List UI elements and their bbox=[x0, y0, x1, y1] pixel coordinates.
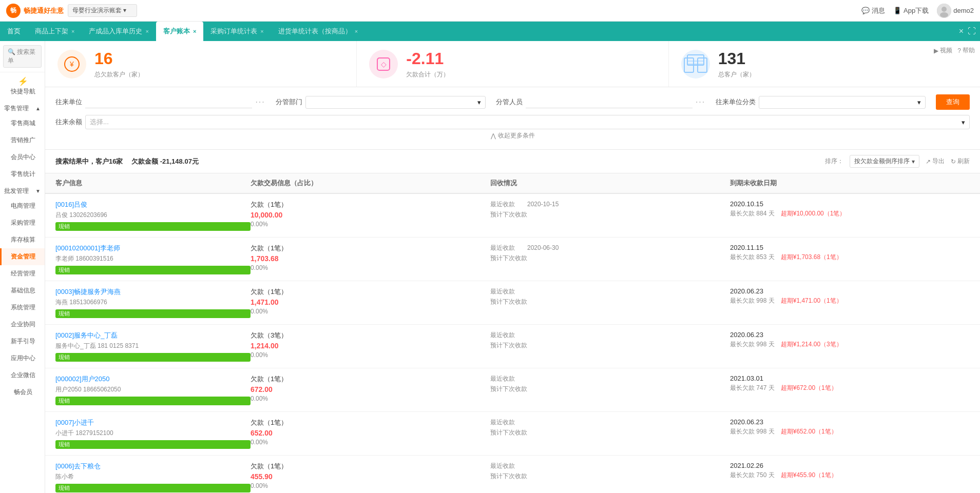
message-icon: 💬 bbox=[861, 7, 870, 14]
overdue-link-2[interactable]: 超期¥1,703.68（1笔） bbox=[781, 253, 842, 261]
sidebar-item-finance[interactable]: 资金管理 bbox=[0, 248, 45, 265]
table-row: [0006]去下粮仓 陈小希 现销 欠款（1笔） 455.90 0.00% 最近… bbox=[45, 456, 980, 493]
customer-name-1[interactable]: [0016]吕俊 bbox=[55, 200, 251, 209]
overdue-link-7[interactable]: 超期¥455.90（1笔） bbox=[781, 471, 837, 479]
sidebar-item-members[interactable]: 会员中心 bbox=[0, 149, 45, 166]
filter-balance: 往来余额 选择... ▾ bbox=[55, 115, 970, 129]
chevron-down-icon-sort: ▾ bbox=[912, 158, 915, 165]
filter-from-unit-input[interactable] bbox=[85, 96, 252, 108]
sidebar-search-input[interactable]: 🔍 搜索菜单 bbox=[3, 45, 42, 68]
customer-phone-2: 李老师 18600391516 bbox=[55, 254, 251, 263]
filter-person: 分管人员 ··· bbox=[496, 96, 706, 108]
debt-count-7: 欠款（1笔） bbox=[251, 462, 490, 471]
filter-area: 往来单位 ··· 分管部门 ▾ 分管人员 ··· 往来 bbox=[45, 87, 980, 150]
svg-text:◇: ◇ bbox=[381, 60, 387, 68]
stat-amount-info: -2.11 欠款合计（万） bbox=[406, 49, 449, 79]
overdue-link-4[interactable]: 超期¥1,214.00（3笔） bbox=[781, 341, 842, 348]
filter-dept-label: 分管部门 bbox=[276, 97, 302, 107]
sidebar-section-retail[interactable]: 零售管理 ▲ bbox=[0, 100, 45, 115]
customer-name-5[interactable]: [000002]用户2050 bbox=[55, 374, 251, 384]
chevron-down-icon-dept: ▾ bbox=[477, 98, 481, 106]
sidebar-item-ecommerce[interactable]: 电商管理 bbox=[0, 198, 45, 214]
sidebar-item-app-center[interactable]: 应用中心 bbox=[0, 350, 45, 367]
sidebar-item-marketing[interactable]: 营销推广 bbox=[0, 132, 45, 149]
customer-name-2[interactable]: [00010200001]李老师 bbox=[55, 244, 251, 253]
app-download-btn[interactable]: 📱 App下载 bbox=[893, 6, 929, 15]
overdue-link-5[interactable]: 超期¥672.00（1笔） bbox=[781, 384, 837, 391]
tab-customer-account[interactable]: 客户账本 × bbox=[156, 22, 203, 41]
customer-name-7[interactable]: [0006]去下粮仓 bbox=[55, 462, 251, 471]
person-more-icon[interactable]: ··· bbox=[696, 97, 705, 107]
collapse-icon: ⋀ bbox=[491, 132, 496, 140]
tab-production-history[interactable]: 产成品入库单历史 × bbox=[82, 22, 156, 41]
filter-balance-select[interactable]: 选择... ▾ bbox=[85, 115, 970, 129]
help-btn[interactable]: ? 帮助 bbox=[957, 46, 975, 55]
svg-point-1 bbox=[941, 7, 947, 12]
sidebar-item-retail-mall[interactable]: 零售商城 bbox=[0, 115, 45, 132]
overdue-days-4: 最长欠款 998 天 超期¥1,214.00（3笔） bbox=[730, 340, 970, 349]
debt-cell-5: 欠款（1笔） 672.00 0.00% bbox=[251, 374, 490, 402]
overdue-days-7: 最长欠款 750 天 超期¥455.90（1笔） bbox=[730, 471, 970, 480]
debt-cell-6: 欠款（1笔） 652.00 0.00% bbox=[251, 418, 490, 446]
table-row: [0007]小进千 小进千 18279152100 现销 欠款（1笔） 652.… bbox=[45, 412, 980, 456]
sidebar-item-guide[interactable]: 新手引导 bbox=[0, 333, 45, 350]
tab-purchase-order[interactable]: 采购订单统计表 × bbox=[203, 22, 271, 41]
sidebar-item-purchase[interactable]: 采购管理 bbox=[0, 214, 45, 231]
overdue-link-3[interactable]: 超期¥1,471.00（1笔） bbox=[781, 297, 842, 304]
stat-overdue-label: 总欠款客户（家） bbox=[94, 70, 144, 79]
tab-stock-stats[interactable]: 进货单统计表（按商品） × bbox=[271, 22, 365, 41]
overdue-days-3: 最长欠款 998 天 超期¥1,471.00（1笔） bbox=[730, 297, 970, 305]
tab-close-production[interactable]: × bbox=[145, 28, 148, 34]
video-btn[interactable]: ▶ 视频 bbox=[934, 46, 952, 55]
stat-icon-customers: ¥ bbox=[57, 50, 86, 78]
tab-home[interactable]: 首页 bbox=[0, 22, 28, 41]
sidebar-section-batch[interactable]: 批发管理 ▼ bbox=[0, 183, 45, 198]
sidebar-item-inventory[interactable]: 库存核算 bbox=[0, 231, 45, 248]
sidebar-item-quick-nav[interactable]: ⚡ 快捷导航 bbox=[0, 72, 45, 100]
from-unit-more-icon[interactable]: ··· bbox=[255, 97, 265, 107]
sidebar-item-basic-info[interactable]: 基础信息 bbox=[0, 282, 45, 299]
debt-amount-7: 455.90 bbox=[251, 472, 490, 481]
filter-person-input[interactable] bbox=[526, 96, 693, 108]
refresh-btn[interactable]: ↻ 刷新 bbox=[951, 157, 970, 166]
sidebar-item-wechat[interactable]: 企业微信 bbox=[0, 367, 45, 384]
data-table: 客户信息 欠款交易信息（占比） 回收情况 到期未收款日期 [0016]吕俊 吕俊… bbox=[45, 173, 980, 493]
tab-close-customer[interactable]: × bbox=[193, 28, 196, 34]
sidebar-item-member[interactable]: 畅会员 bbox=[0, 384, 45, 401]
customer-cell-1: [0016]吕俊 吕俊 13026203696 现销 bbox=[55, 200, 251, 231]
overdue-link-6[interactable]: 超期¥652.00（1笔） bbox=[781, 428, 837, 435]
filter-dept-select[interactable]: ▾ bbox=[305, 96, 486, 109]
overdue-days-1: 最长欠款 884 天 超期¥10,000.00（1笔） bbox=[730, 209, 970, 218]
user-avatar[interactable]: demo2 bbox=[937, 4, 974, 18]
filter-category-select[interactable]: ▾ bbox=[759, 96, 926, 109]
close-all-btn[interactable]: × bbox=[959, 27, 964, 36]
filter-collapse-btn[interactable]: ⋀ 收起更多条件 bbox=[55, 129, 970, 142]
overdue-date-2: 2020.11.15 bbox=[730, 244, 970, 251]
message-btn[interactable]: 💬 消息 bbox=[861, 6, 885, 15]
chevron-right-icon: ▼ bbox=[35, 188, 41, 194]
tab-close-purchase[interactable]: × bbox=[260, 28, 263, 34]
debt-count-3: 欠款（1笔） bbox=[251, 287, 490, 297]
brand-selector[interactable]: 母婴行业演示账套 ▾ bbox=[68, 4, 137, 17]
collection-cell-4: 最近收款 预计下次收款 bbox=[490, 331, 730, 350]
customer-name-3[interactable]: [0003]畅捷服务尹海燕 bbox=[55, 287, 251, 297]
refresh-icon: ↻ bbox=[951, 158, 956, 165]
export-btn[interactable]: ↗ 导出 bbox=[926, 157, 945, 166]
quick-nav-icon: ⚡ bbox=[5, 76, 42, 86]
sidebar-item-system[interactable]: 系统管理 bbox=[0, 299, 45, 316]
tab-close-stock[interactable]: × bbox=[355, 28, 358, 34]
customer-name-4[interactable]: [0002]服务中心_丁磊 bbox=[55, 331, 251, 340]
tab-products-offline[interactable]: 商品上下架 × bbox=[28, 22, 82, 41]
customer-phone-7: 陈小希 bbox=[55, 472, 251, 481]
debt-cell-2: 欠款（1笔） 1,703.68 0.00% bbox=[251, 244, 490, 271]
expand-btn[interactable]: ⛶ bbox=[968, 27, 976, 36]
overdue-link-1[interactable]: 超期¥10,000.00（1笔） bbox=[781, 210, 846, 217]
search-button[interactable]: 查询 bbox=[936, 94, 970, 110]
sidebar-item-retail-stats[interactable]: 零售统计 bbox=[0, 166, 45, 183]
customer-name-6[interactable]: [0007]小进千 bbox=[55, 418, 251, 427]
tab-close-products[interactable]: × bbox=[71, 28, 74, 34]
col-customer-info: 客户信息 bbox=[55, 179, 251, 188]
sidebar-item-operations[interactable]: 经营管理 bbox=[0, 265, 45, 282]
sort-select[interactable]: 按欠款金额倒序排序 ▾ bbox=[850, 155, 919, 168]
sidebar-item-enterprise[interactable]: 企业协同 bbox=[0, 316, 45, 333]
